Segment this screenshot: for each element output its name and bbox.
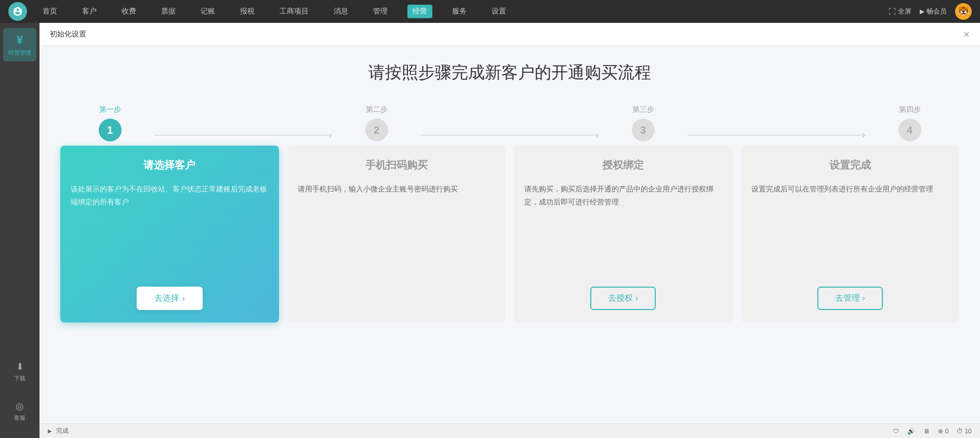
card4-title: 设置完成 [751, 158, 949, 172]
step-card-3: 授权绑定 请先购买，购买后选择开通的产品中的企业用户进行授权绑定，成功后即可进行… [514, 146, 733, 323]
close-button[interactable]: × [963, 29, 970, 40]
sidebar-download[interactable]: ⬇ 下载 [3, 355, 36, 388]
step2-label: 第二步 [366, 105, 388, 114]
card2-title: 手机扫码购买 [298, 158, 496, 172]
step2-circle: 2 [365, 119, 388, 141]
status-bar: ▶ 完成 🛡 🔊 🖥 ⊕ 0 ⏱ 10 [39, 423, 980, 438]
nav-service[interactable]: 服务 [447, 5, 472, 18]
status-bar-right: 🛡 🔊 🖥 ⊕ 0 ⏱ 10 [893, 428, 972, 435]
nav-business[interactable]: 工商项目 [274, 5, 314, 18]
steps-combined: 第一步 1 › 第二步 2 [60, 105, 959, 323]
play-status-icon: ▶ [48, 428, 52, 434]
fullscreen-icon: ⛶ [889, 7, 896, 16]
member-button[interactable]: ▶ 畅会员 [920, 7, 947, 16]
breadcrumb: 初始化设置 [50, 30, 86, 39]
step3-circle: 3 [632, 119, 655, 141]
nav-message[interactable]: 消息 [328, 5, 353, 18]
step1-label: 第一步 [99, 105, 121, 114]
card1-title: 请选择客户 [71, 158, 269, 172]
volume-icon: 🔊 [907, 428, 915, 435]
play-icon: ▶ [920, 8, 924, 15]
download-icon: ⬇ [16, 361, 24, 372]
status-text: 完成 [56, 427, 69, 435]
sidebar: ¥ 经营管理 ⬇ 下载 ◎ 客服 [0, 23, 39, 438]
page-title: 请按照步骤完成新客户的开通购买流程 [60, 61, 959, 84]
monitor-icon: 🖥 [923, 428, 930, 435]
sidebar-bottom: ⬇ 下载 ◎ 客服 [3, 355, 36, 438]
step-card-2: 手机扫码购买 请用手机扫码，输入小微企业主账号密码进行购买 [287, 146, 506, 323]
nav-settings[interactable]: 设置 [486, 5, 511, 18]
fullscreen-button[interactable]: ⛶ 全屏 [889, 7, 911, 16]
card3-title: 授权绑定 [524, 158, 722, 172]
nav-client[interactable]: 客户 [77, 5, 102, 18]
arrow-icon: › [182, 294, 185, 303]
breadcrumb-bar: 初始化设置 × [39, 23, 980, 46]
main-layout: ¥ 经营管理 ⬇ 下载 ◎ 客服 初始化设置 × 请按照步骤完成新客户的开通购买… [0, 23, 980, 438]
timer-status: ⏱ 10 [957, 428, 972, 435]
step-card-1: 请选择客户 该处展示的客户为不在回收站、客户状态正常建账后完成老板端绑定的所有客… [60, 146, 279, 323]
card3-desc: 请先购买，购买后选择开通的产品中的企业用户进行授权绑定，成功后即可进行经营管理 [524, 183, 722, 276]
card2-desc: 请用手机扫码，输入小微企业主账号密码进行购买 [298, 183, 496, 310]
card1-desc: 该处展示的客户为不在回收站、客户状态正常建账后完成老板端绑定的所有客户 [71, 183, 269, 276]
nav-right: ⛶ 全屏 ▶ 畅会员 🐯 [889, 3, 972, 20]
nav-operation[interactable]: 经营 [407, 5, 432, 18]
step3-label: 第三步 [632, 105, 654, 114]
support-icon: ◎ [16, 401, 24, 412]
nav-accounting[interactable]: 记账 [195, 5, 220, 18]
step1-btn[interactable]: 去选择 › [137, 287, 203, 310]
nav-bill[interactable]: 票据 [156, 5, 181, 18]
nav-tax[interactable]: 报税 [235, 5, 260, 18]
card4-desc: 设置完成后可以在管理列表进行所有企业用户的经营管理 [751, 183, 949, 276]
step3-btn[interactable]: 去授权 › [590, 287, 656, 310]
cards-row: 请选择客户 该处展示的客户为不在回收站、客户状态正常建账后完成老板端绑定的所有客… [60, 146, 959, 323]
sidebar-item-operation[interactable]: ¥ 经营管理 [3, 28, 36, 61]
step4-circle: 4 [898, 119, 921, 141]
page-content: 请按照步骤完成新客户的开通购买流程 第一步 1 › [39, 46, 980, 423]
app-logo[interactable] [8, 2, 27, 21]
step1-circle: 1 [99, 119, 122, 141]
nav-items: 首页 客户 收费 票据 记账 报税 工商项目 消息 管理 经营 服务 设置 [37, 5, 889, 18]
nav-manage[interactable]: 管理 [368, 5, 393, 18]
step4-btn[interactable]: 去管理 › [817, 287, 883, 310]
top-navigation: 首页 客户 收费 票据 记账 报税 工商项目 消息 管理 经营 服务 设置 ⛶ … [0, 0, 980, 23]
step-card-4: 设置完成 设置完成后可以在管理列表进行所有企业用户的经营管理 去管理 › [741, 146, 960, 323]
yuan-icon: ¥ [17, 33, 23, 47]
step4-label: 第四步 [899, 105, 921, 114]
sidebar-support[interactable]: ◎ 客服 [3, 394, 36, 428]
content-area: 初始化设置 × 请按照步骤完成新客户的开通购买流程 第一步 1 [39, 23, 980, 438]
shield-icon: 🛡 [893, 428, 899, 435]
nav-fee[interactable]: 收费 [116, 5, 141, 18]
avatar[interactable]: 🐯 [955, 3, 972, 20]
network-status: ⊕ 0 [938, 428, 948, 435]
nav-home[interactable]: 首页 [37, 5, 62, 18]
